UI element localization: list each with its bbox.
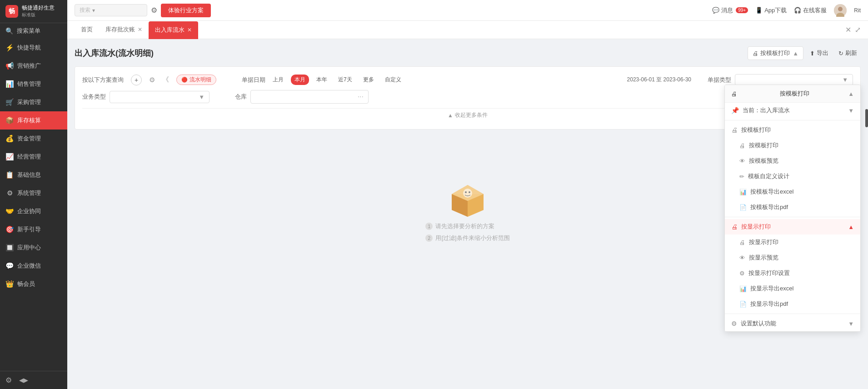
dropdown-template-section-header[interactable]: 🖨 按模板打印 (725, 122, 860, 138)
dropdown-item-template-preview[interactable]: 👁 按模板预览 (725, 153, 860, 169)
filter-collapse-icon[interactable]: 《 (162, 75, 169, 84)
display-section-arrow[interactable]: ▲ (848, 224, 854, 230)
dropdown-item-display-export-excel[interactable]: 📊 按显示导出excel (725, 281, 860, 296)
date-btn-more[interactable]: 更多 (359, 75, 378, 85)
filter-add-button[interactable]: + (131, 75, 142, 85)
export-button[interactable]: ⬆ 导出 (806, 47, 832, 59)
dropdown-item-template-export-excel[interactable]: 📊 按模板导出excel (725, 184, 860, 199)
warehouse-label: 仓库 (235, 93, 247, 101)
tab-batch-account[interactable]: 库存批次账 ✕ (99, 21, 149, 39)
sidebar-item-marketing[interactable]: 📢 营销推广 (0, 57, 67, 75)
sidebar-item-wechat[interactable]: 💬 企业微信 (0, 257, 67, 275)
dropdown-item-template-export-pdf[interactable]: 📄 按模板导出pdf (725, 199, 860, 215)
tab-home[interactable]: 首页 (75, 21, 99, 39)
avatar[interactable] (834, 4, 847, 17)
dropdown-title: 按模板打印 (780, 90, 809, 98)
svg-point-9 (465, 191, 467, 193)
tab-batch-account-close[interactable]: ✕ (138, 26, 142, 33)
topbar-search-box[interactable]: 搜索 ▾ (75, 4, 147, 16)
notification-button[interactable]: 💬 消息 99+ (712, 6, 748, 15)
date-btn-current-month[interactable]: 本月 (291, 75, 309, 85)
template-section-icon: 🖨 (731, 126, 738, 134)
page-actions: 🖨 按模板打印 ▲ ⬆ 导出 ↻ 刷新 (748, 46, 861, 60)
sidebar-item-enterprise[interactable]: 🤝 企业协同 (0, 202, 67, 220)
sidebar-item-member[interactable]: 👑 畅会员 (0, 275, 67, 293)
empty-steps: 1 请先选择要分析的方案 2 用[过滤]条件来缩小分析范围 (425, 222, 509, 242)
topbar-left: 搜索 ▾ ⚙ 体验行业方案 (75, 4, 211, 17)
app-download-button[interactable]: 📱 App下载 (755, 6, 787, 15)
filter-gear-icon[interactable]: ⚙ (149, 76, 155, 84)
sidebar-logo: 畅 畅捷通好生意 标准版 (0, 0, 67, 23)
svg-point-1 (838, 7, 843, 11)
template-preview-icon: 👁 (739, 158, 745, 165)
sidebar-item-sales[interactable]: 📊 销售管理 (0, 75, 67, 93)
active-filter-chip[interactable]: 🔴 流水明细 (176, 75, 216, 85)
close-window-button[interactable]: ✕ (845, 25, 851, 34)
search-icon: 🔍 (5, 27, 13, 35)
user-name[interactable]: Rit (854, 7, 861, 14)
date-range-display: 2023-06-01 至 2023-06-30 (627, 76, 691, 84)
topbar-chevron-icon[interactable]: ▾ (92, 7, 95, 14)
dropdown-item-display-export-pdf[interactable]: 📄 按显示导出pdf (725, 296, 860, 312)
display-print-label: 按显示打印 (749, 238, 778, 246)
warehouse-input[interactable]: ··· (250, 90, 369, 104)
sidebar-item-basic[interactable]: 📋 基础信息 (0, 166, 67, 184)
sidebar-search[interactable]: 🔍 搜索菜单 (0, 23, 67, 39)
print-dropdown-arrow[interactable]: ▲ (793, 50, 798, 57)
sidebar-item-system[interactable]: ⚙ 系统管理 (0, 184, 67, 202)
sidebar-item-operations[interactable]: 📈 经营管理 (0, 148, 67, 166)
dropdown-item-template-print[interactable]: 🖨 按模板打印 (725, 138, 860, 153)
doc-type-select[interactable]: ▼ (735, 74, 853, 85)
display-excel-icon: 📊 (739, 285, 747, 292)
sidebar-item-purchase[interactable]: 🛒 采购管理 (0, 93, 67, 111)
operations-icon: 📈 (5, 153, 14, 161)
member-icon: 👑 (5, 280, 14, 288)
date-btn-current-year[interactable]: 本年 (313, 75, 331, 85)
tab-inventory-flow-close[interactable]: ✕ (187, 27, 192, 33)
tab-inventory-flow[interactable]: 出入库流水 ✕ (149, 21, 198, 39)
business-type-section: 业务类型 ▼ (82, 91, 210, 103)
dropdown-display-section-header[interactable]: 🖨 按显示打印 ▲ (725, 219, 860, 234)
refresh-button[interactable]: ↻ 刷新 (835, 47, 861, 59)
dropdown-item-display-preview[interactable]: 👁 按显示预览 (725, 250, 860, 265)
step-1-text: 请先选择要分析的方案 (435, 222, 494, 230)
sidebar-item-apps[interactable]: 🔲 应用中心 (0, 239, 67, 257)
maximize-window-button[interactable]: ⤢ (855, 25, 861, 34)
dropdown-collapse-arrow[interactable]: ▲ (848, 90, 854, 97)
default-function-arrow[interactable]: ▼ (848, 320, 854, 327)
system-icon: ⚙ (5, 189, 14, 197)
empty-step-2: 2 用[过滤]条件来缩小分析范围 (425, 234, 509, 242)
dropdown-item-template-custom[interactable]: ✏ 模板自定义设计 (725, 169, 860, 184)
sidebar-item-finance[interactable]: 💰 资金管理 (0, 130, 67, 148)
sidebar-item-inventory[interactable]: 📦 库存核算 (0, 111, 67, 130)
print-template-button[interactable]: 🖨 按模板打印 ▲ (748, 46, 803, 60)
date-btn-custom[interactable]: 自定义 (381, 75, 405, 85)
topbar-search-placeholder: 搜索 (80, 6, 90, 14)
dropdown-default-function[interactable]: ⚙ 设置默认功能 ▼ (725, 316, 860, 331)
date-btn-last-month[interactable]: 上月 (269, 75, 287, 85)
online-service-button[interactable]: 🎧 在线客服 (794, 6, 827, 15)
svg-point-8 (463, 189, 472, 198)
dropdown-item-display-print[interactable]: 🖨 按显示打印 (725, 234, 860, 250)
warehouse-dots-icon[interactable]: ··· (358, 93, 364, 101)
dropdown-item-display-print-settings[interactable]: ⚙ 按显示打印设置 (725, 265, 860, 281)
date-label: 单据日期 (242, 76, 265, 84)
bottom-settings-icon[interactable]: ⚙ (5, 376, 12, 384)
topbar-gear-icon[interactable]: ⚙ (151, 6, 157, 15)
guide-icon: 🎯 (5, 225, 14, 234)
dropdown-header: 🖨 按模板打印 ▲ (725, 85, 860, 103)
sidebar-search-label: 搜索菜单 (17, 27, 40, 35)
date-btn-last-7-days[interactable]: 近7天 (334, 75, 356, 85)
dropdown-current-arrow[interactable]: ▼ (848, 107, 854, 114)
trial-button[interactable]: 体验行业方案 (161, 4, 211, 17)
display-print-icon: 🖨 (739, 239, 745, 246)
template-custom-label: 模板自定义设计 (748, 172, 789, 180)
sidebar-item-guide[interactable]: 🎯 新手引导 (0, 220, 67, 239)
business-type-select[interactable]: ▼ (110, 91, 210, 103)
sidebar: 畅 畅捷通好生意 标准版 🔍 搜索菜单 ⚡ 快捷导航 📢 营销推广 📊 销售管理… (0, 0, 67, 389)
topbar: 搜索 ▾ ⚙ 体验行业方案 💬 消息 99+ 📱 App下载 🎧 在线客服 (67, 0, 868, 21)
purchase-icon: 🛒 (5, 98, 14, 106)
quick-nav-icon: ⚡ (5, 44, 14, 52)
sidebar-item-quick-nav[interactable]: ⚡ 快捷导航 (0, 39, 67, 57)
bottom-collapse-icon[interactable]: ◀▶ (19, 377, 28, 384)
